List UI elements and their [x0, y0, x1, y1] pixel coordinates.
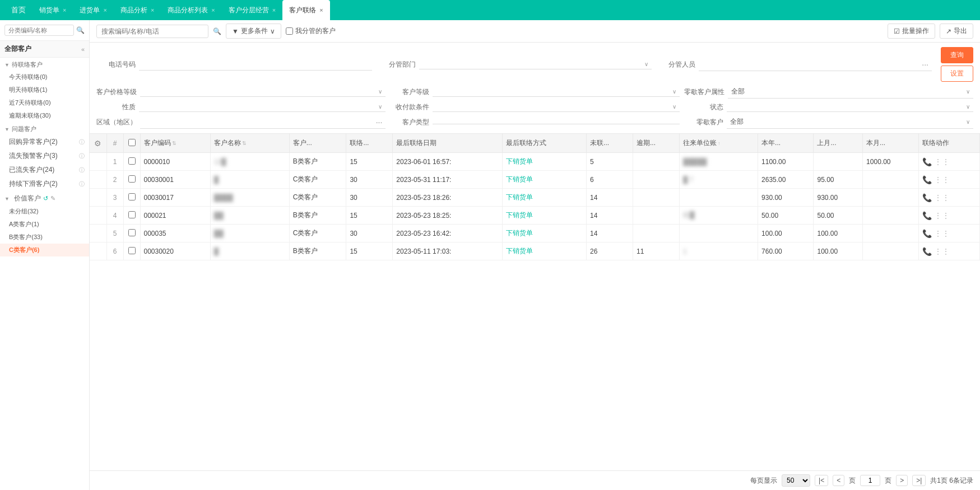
sidebar-all-customers-header[interactable]: 全部客户 «: [0, 41, 89, 58]
nav-analysis-table[interactable]: 商品分析列表 ×: [161, 0, 221, 20]
row-check[interactable]: [123, 189, 140, 207]
row-check[interactable]: [123, 225, 140, 242]
dept-select[interactable]: ∨: [419, 59, 652, 69]
refresh-icon[interactable]: ↺: [43, 195, 48, 202]
status-select[interactable]: ∨: [727, 102, 973, 112]
close-customer-contact-icon[interactable]: ×: [319, 7, 323, 13]
sidebar-item-class-c[interactable]: C类客户(6): [0, 244, 89, 256]
row-check[interactable]: [123, 242, 140, 260]
row-type: C类客户: [289, 171, 346, 189]
nav-home[interactable]: 首页: [4, 0, 32, 20]
select-all-checkbox[interactable]: [128, 139, 136, 146]
close-analysis-table-icon[interactable]: ×: [211, 7, 215, 13]
row-no-contact: 14: [587, 207, 633, 225]
region-dots-icon[interactable]: ···: [376, 118, 383, 127]
contact-method-link[interactable]: 下销货单: [506, 175, 533, 183]
retail-attr-select[interactable]: 全部 ∨: [728, 85, 973, 99]
prev-page-btn[interactable]: <: [833, 475, 844, 486]
total-label: 共1页 6条记录: [930, 476, 973, 486]
first-page-btn[interactable]: |<: [815, 475, 828, 486]
contact-method-link[interactable]: 下销货单: [506, 247, 533, 255]
nav-analysis[interactable]: 商品分析 ×: [114, 0, 161, 20]
phone-action-icon[interactable]: 📞: [922, 157, 932, 166]
row-history: [679, 189, 758, 207]
manager-dots-icon[interactable]: ···: [922, 60, 928, 69]
sidebar-search-icon[interactable]: 🔍: [76, 26, 85, 34]
nav-customer-tier[interactable]: 客户分层经营 ×: [222, 0, 282, 20]
value-level-arrow-icon: ∨: [378, 88, 382, 95]
value-level-select[interactable]: ∨: [140, 87, 386, 97]
more-action-icon[interactable]: ⋮⋮: [934, 211, 950, 220]
toolbar-search-icon[interactable]: 🔍: [213, 27, 221, 35]
customer-type-select[interactable]: [433, 120, 679, 124]
sidebar-item-abnormal-repurchase[interactable]: 回购异常客户(2) ⓘ: [0, 135, 89, 149]
sidebar-search-input[interactable]: [4, 25, 74, 36]
row-check[interactable]: [123, 171, 140, 189]
sidebar-item-unclassified[interactable]: 未分组(32): [0, 205, 89, 218]
phone-action-icon[interactable]: 📞: [922, 247, 932, 256]
sort-icon[interactable]: ⇅: [172, 141, 177, 146]
row-check[interactable]: [123, 207, 140, 225]
nav-sales[interactable]: 销货单 ×: [32, 0, 73, 20]
settings-btn[interactable]: 设置: [941, 66, 973, 82]
more-action-icon[interactable]: ⋮⋮: [934, 193, 950, 202]
filter-nature: 性质 ∨: [96, 102, 386, 112]
sidebar-item-class-a[interactable]: A类客户(1): [0, 218, 89, 231]
sort-name-icon[interactable]: ⇅: [242, 141, 247, 146]
settings-gear-icon[interactable]: ⚙: [94, 139, 101, 148]
sidebar-item-churned[interactable]: 已流失客户(24) ⓘ: [0, 163, 89, 177]
per-page-select[interactable]: 50 100 200: [782, 474, 810, 487]
phone-action-icon[interactable]: 📞: [922, 193, 932, 202]
sidebar-item-7days[interactable]: 近7天待联络(0): [0, 96, 89, 109]
page-input[interactable]: [860, 475, 880, 486]
export-btn[interactable]: ↗ 导出: [940, 24, 973, 39]
more-conditions-btn[interactable]: ▼ 更多条件 ∨: [226, 24, 281, 39]
row-type: B类客户: [289, 153, 346, 171]
contact-method-link[interactable]: 下销货单: [506, 193, 533, 201]
nav-purchase[interactable]: 进货单 ×: [73, 0, 113, 20]
phone-action-icon[interactable]: 📞: [922, 211, 932, 220]
manager-select[interactable]: ···: [699, 58, 932, 71]
row-date: 2023-06-01 16:57:: [393, 153, 503, 171]
payment-select[interactable]: ∨: [433, 102, 679, 112]
phone-input[interactable]: [139, 59, 372, 71]
more-action-icon[interactable]: ⋮⋮: [934, 247, 950, 256]
payment-label: 收付款条件: [390, 102, 429, 112]
region-select[interactable]: ···: [140, 116, 386, 129]
sidebar-item-tomorrow[interactable]: 明天待联络(1): [0, 83, 89, 96]
close-analysis-icon[interactable]: ×: [151, 7, 154, 13]
retail-customer-select[interactable]: 全部 ∨: [727, 115, 973, 129]
phone-action-icon[interactable]: 📞: [922, 175, 932, 184]
close-purchase-icon[interactable]: ×: [103, 7, 106, 13]
search-input[interactable]: [96, 25, 208, 38]
row-contact: 30: [346, 171, 393, 189]
sidebar-item-class-b[interactable]: B类客户(33): [0, 231, 89, 244]
contact-method-link[interactable]: 下销货单: [506, 157, 533, 165]
sidebar-item-churn-warning[interactable]: 流失预警客户(3) ⓘ: [0, 149, 89, 163]
sidebar-item-overdue[interactable]: 逾期未联络(30): [0, 109, 89, 122]
my-customers-checkbox[interactable]: [286, 27, 293, 35]
more-action-icon[interactable]: ⋮⋮: [934, 175, 950, 184]
sort-history-icon[interactable]: ↑: [718, 141, 721, 146]
sidebar-collapse-icon[interactable]: «: [81, 46, 85, 53]
customer-level-select[interactable]: ∨: [433, 87, 679, 97]
more-action-icon[interactable]: ⋮⋮: [934, 157, 950, 166]
batch-ops-btn[interactable]: ☑ 批量操作: [888, 24, 935, 39]
edit-icon[interactable]: ✎: [50, 195, 55, 202]
sidebar-item-declining[interactable]: 持续下滑客户(2) ⓘ: [0, 177, 89, 191]
close-sales-icon[interactable]: ×: [63, 7, 66, 13]
nature-select[interactable]: ∨: [139, 102, 386, 112]
contact-method-link[interactable]: 下销货单: [506, 229, 533, 237]
sidebar-item-today[interactable]: 今天待联络(0): [0, 71, 89, 83]
row-check[interactable]: [123, 153, 140, 171]
col-gear-header[interactable]: ⚙: [90, 134, 106, 153]
query-btn[interactable]: 查询: [941, 47, 973, 63]
contact-method-link[interactable]: 下销货单: [506, 211, 533, 219]
more-action-icon[interactable]: ⋮⋮: [934, 229, 950, 238]
last-page-btn[interactable]: >|: [912, 475, 926, 486]
next-page-btn[interactable]: >: [896, 475, 908, 486]
phone-action-icon[interactable]: 📞: [922, 229, 932, 238]
close-customer-tier-icon[interactable]: ×: [272, 7, 276, 13]
nav-customer-contact[interactable]: 客户联络 ×: [282, 0, 329, 20]
my-customers-checkbox-label[interactable]: 我分管的客户: [286, 26, 336, 36]
